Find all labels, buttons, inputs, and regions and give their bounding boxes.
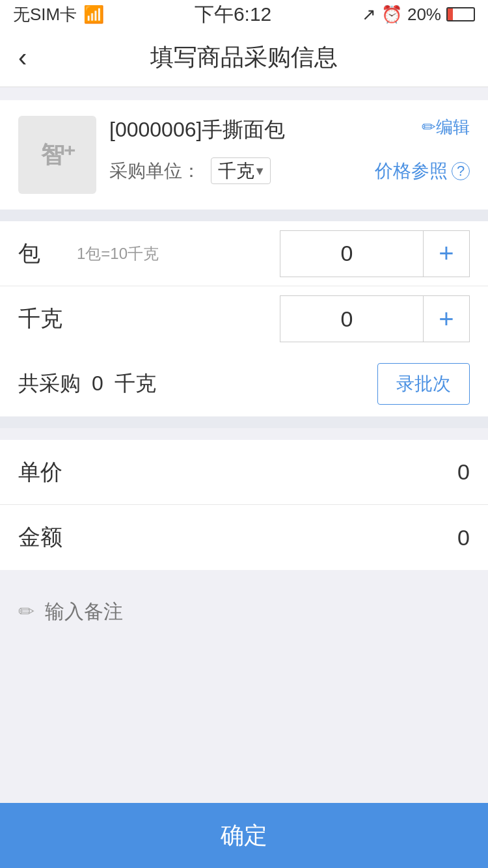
kg-label: 千克 xyxy=(18,304,70,334)
unit-price-value: 0 xyxy=(457,459,470,485)
unit-label: 采购单位： xyxy=(109,159,200,183)
input-section: 包 1包=10千克 + 千克 + xyxy=(0,221,488,351)
bag-sub-label: 1包=10千克 xyxy=(77,243,159,264)
kg-input-right: + xyxy=(280,295,470,342)
section-separator-1 xyxy=(0,210,488,221)
amount-label: 金额 xyxy=(18,522,62,552)
unit-price-label: 单价 xyxy=(18,457,62,487)
nav-bar: ‹ 填写商品采购信息 xyxy=(0,29,488,87)
price-ref-icon: ? xyxy=(452,162,470,180)
bag-input-row: 包 1包=10千克 + xyxy=(0,221,488,286)
product-name: [0000006]手撕面包 xyxy=(109,116,470,144)
confirm-button-label: 确定 xyxy=(221,820,267,852)
section-separator-2 xyxy=(0,416,488,428)
bag-quantity-input[interactable] xyxy=(280,230,423,277)
pencil-icon: ✏ xyxy=(18,600,34,623)
batch-button[interactable]: 录批次 xyxy=(377,363,470,405)
unit-select[interactable]: 千克 xyxy=(211,157,271,184)
amount-row: 金额 0 xyxy=(0,505,488,570)
bag-input-right: + xyxy=(280,230,470,277)
bag-label: 包 xyxy=(18,239,70,269)
carrier-text: 无SIM卡 xyxy=(13,3,77,26)
wifi-icon: 📶 xyxy=(83,5,104,25)
unit-select-wrapper[interactable]: 千克 xyxy=(211,157,271,184)
summary-row: 共采购 0 千克 录批次 xyxy=(0,351,488,416)
page-title: 填写商品采购信息 xyxy=(150,42,338,74)
unit-price-row: 单价 0 xyxy=(0,440,488,505)
kg-quantity-input[interactable] xyxy=(280,295,423,342)
back-button[interactable]: ‹ xyxy=(18,43,27,72)
remarks-section: ✏ xyxy=(0,582,488,641)
location-icon: ↗ xyxy=(362,5,376,25)
kg-input-row: 千克 + xyxy=(0,286,488,351)
product-unit-row: 采购单位： 千克 价格参照 ? xyxy=(109,157,470,184)
kg-plus-button[interactable]: + xyxy=(423,295,470,342)
product-info: [0000006]手撕面包 采购单位： 千克 价格参照 ? xyxy=(109,116,470,184)
edit-button[interactable]: ✏编辑 xyxy=(422,116,470,139)
product-card: 智⁺ [0000006]手撕面包 采购单位： 千克 价格参照 ? ✏编辑 xyxy=(0,100,488,210)
battery-percent: 20% xyxy=(407,5,441,25)
price-ref-button[interactable]: 价格参照 ? xyxy=(375,159,470,183)
amount-value: 0 xyxy=(457,525,470,550)
battery-icon xyxy=(446,7,475,21)
price-section: 单价 0 金额 0 xyxy=(0,440,488,570)
confirm-button[interactable]: 确定 xyxy=(0,803,488,868)
alarm-icon: ⏰ xyxy=(381,5,402,25)
status-right: ↗ ⏰ 20% xyxy=(362,5,475,25)
product-logo: 智⁺ xyxy=(41,139,74,171)
product-image: 智⁺ xyxy=(18,116,96,194)
remarks-input[interactable] xyxy=(45,601,470,623)
bag-plus-button[interactable]: + xyxy=(423,230,470,277)
status-left: 无SIM卡 📶 xyxy=(13,3,104,26)
summary-text: 共采购 0 千克 xyxy=(18,370,156,398)
time-display: 下午6:12 xyxy=(195,1,271,28)
status-bar: 无SIM卡 📶 下午6:12 ↗ ⏰ 20% xyxy=(0,0,488,29)
